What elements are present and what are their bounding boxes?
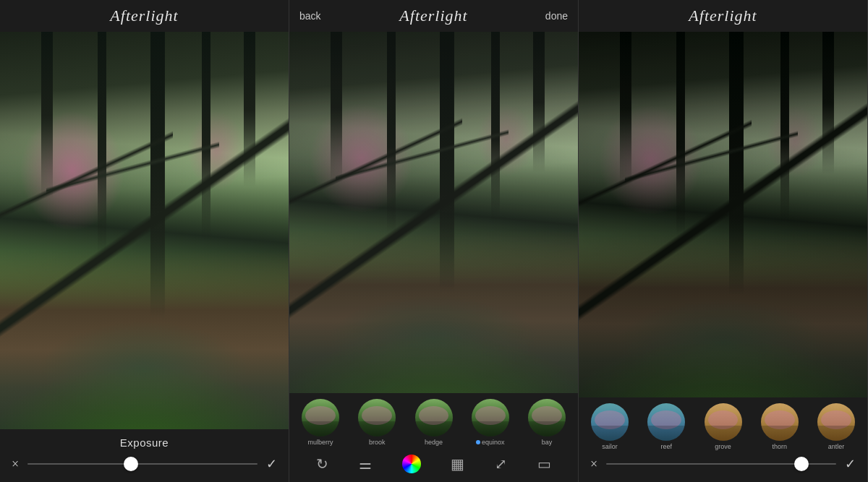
photo-area-2 xyxy=(289,32,578,393)
panel2-header: back Afterlight done xyxy=(289,0,578,32)
filters-row: mulberry brook hedge e xyxy=(289,393,578,449)
filter-bay[interactable]: bay xyxy=(520,399,574,446)
frame-icon[interactable]: ▭ xyxy=(537,455,551,473)
filter-label-grove: grove xyxy=(715,443,731,450)
filter-thumb-grove[interactable] xyxy=(705,403,742,441)
photo-area-1 xyxy=(0,32,289,429)
filter-sailor[interactable]: sailor xyxy=(583,403,637,450)
forest-photo-1 xyxy=(0,32,289,429)
filter-antler[interactable]: antler xyxy=(809,403,863,450)
close-icon-1[interactable]: × xyxy=(12,457,19,472)
filter-label-mulberry: mulberry xyxy=(308,439,333,446)
film-icon[interactable]: ▦ xyxy=(451,455,464,473)
filter-thumb-hedge[interactable] xyxy=(415,399,453,436)
slider-row-3: × ✓ xyxy=(579,453,867,482)
filter-label-sailor: sailor xyxy=(602,443,618,450)
confirm-icon-3[interactable]: ✓ xyxy=(845,456,856,472)
bottom-controls-2: mulberry brook hedge e xyxy=(289,393,578,482)
filter-thorn[interactable]: thorn xyxy=(753,403,807,450)
panel-filters: back Afterlight done mulberry brook xyxy=(289,0,579,482)
filter-thumb-reef[interactable] xyxy=(647,403,685,441)
panel3-header: Afterlight xyxy=(579,0,867,32)
filter-equinox[interactable]: equinox xyxy=(464,399,517,446)
bottom-controls-3: sailor reef grove thorn xyxy=(579,397,867,482)
exposure-slider[interactable] xyxy=(27,463,258,465)
forest-photo-3 xyxy=(579,32,867,397)
filter-label-antler: antler xyxy=(828,443,845,450)
close-icon-3[interactable]: × xyxy=(590,457,597,472)
filter-thumb-brook[interactable] xyxy=(358,399,396,436)
toolbar-row: ↻ ⚌ ▦ ⤢ ▭ xyxy=(289,449,578,482)
filter-label-reef: reef xyxy=(661,443,673,450)
equinox-dot xyxy=(476,440,480,444)
panel-exposure: Afterlight Exposure × ✓ xyxy=(0,0,289,482)
filter-label-hedge: hedge xyxy=(425,439,443,446)
filter-thumb-mulberry[interactable] xyxy=(302,399,339,436)
filter-brook[interactable]: brook xyxy=(350,399,404,446)
filter-thumb-thorn[interactable] xyxy=(761,403,799,441)
filter-thumb-equinox[interactable] xyxy=(472,399,509,436)
color-wheel-icon[interactable] xyxy=(402,455,421,473)
filter-reef[interactable]: reef xyxy=(639,403,693,450)
filter-label-equinox: equinox xyxy=(482,439,505,446)
rotate-icon[interactable]: ↻ xyxy=(316,455,328,473)
app-logo-2: Afterlight xyxy=(399,7,467,25)
app-logo-3: Afterlight xyxy=(689,7,757,25)
adjust-icon[interactable]: ⚌ xyxy=(359,455,372,473)
filter-intensity-slider[interactable] xyxy=(606,463,836,465)
filter-label-equinox-row: equinox xyxy=(476,439,505,446)
filter-label-brook: brook xyxy=(369,439,386,446)
panel-filter-slider: Afterlight sailor reef grov xyxy=(579,0,868,482)
confirm-icon-1[interactable]: ✓ xyxy=(266,456,277,472)
filter-intensity-thumb[interactable] xyxy=(794,457,809,471)
bottom-controls-1: Exposure × ✓ xyxy=(0,429,289,482)
exposure-thumb[interactable] xyxy=(124,457,138,471)
panel1-header: Afterlight xyxy=(0,0,289,32)
photo-area-3 xyxy=(579,32,867,397)
app-logo-1: Afterlight xyxy=(110,7,178,25)
filter-label-thorn: thorn xyxy=(772,443,787,450)
filter-hedge[interactable]: hedge xyxy=(407,399,460,446)
filter-thumb-antler[interactable] xyxy=(817,403,855,441)
done-button[interactable]: done xyxy=(545,10,568,22)
filter-thumb-bay[interactable] xyxy=(528,399,566,436)
filter-thumb-sailor[interactable] xyxy=(591,403,629,441)
filters-row-3: sailor reef grove thorn xyxy=(579,397,867,453)
filter-label-bay: bay xyxy=(542,439,553,446)
forest-photo-2 xyxy=(289,32,578,393)
slider-row-1: × ✓ xyxy=(0,453,289,482)
filter-mulberry[interactable]: mulberry xyxy=(294,399,347,446)
crop-icon[interactable]: ⤢ xyxy=(495,455,507,473)
exposure-label: Exposure xyxy=(0,429,289,453)
back-button[interactable]: back xyxy=(299,10,321,22)
filter-grove[interactable]: grove xyxy=(696,403,749,450)
